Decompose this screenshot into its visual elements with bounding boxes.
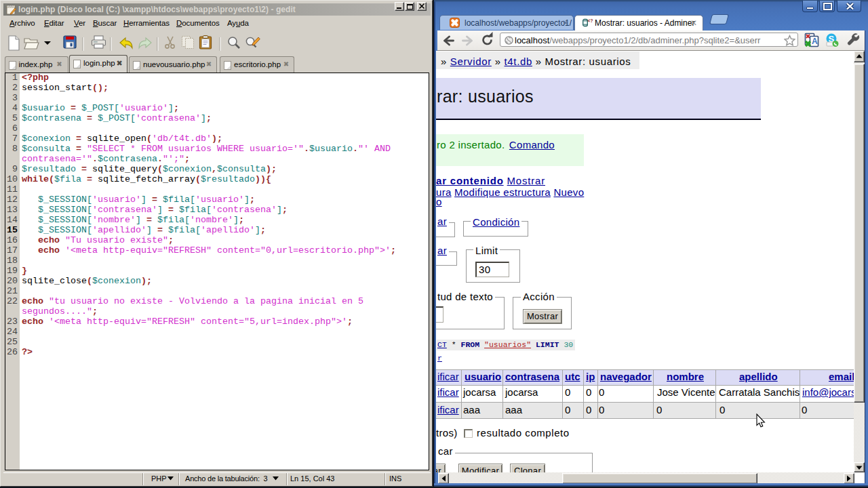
svg-text:<?: <?: [588, 19, 593, 24]
svg-text:A: A: [812, 37, 818, 46]
